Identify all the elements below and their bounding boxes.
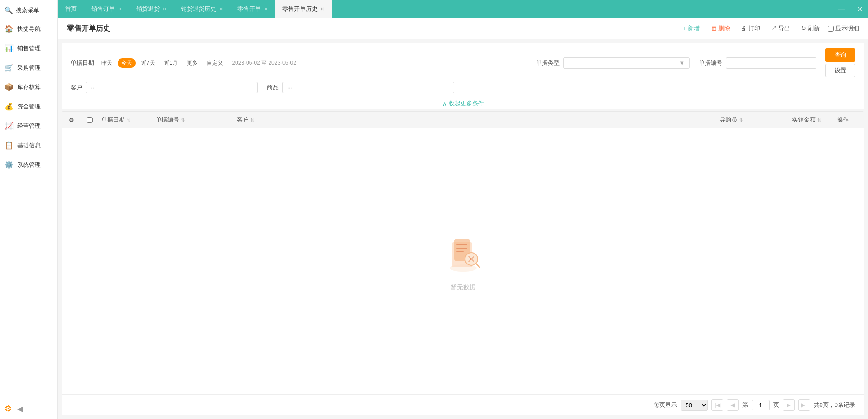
date-opt-today[interactable]: 今天 [118,58,136,68]
th-billno[interactable]: 单据编号 ⇅ [152,116,233,124]
th-checkbox[interactable] [81,117,98,123]
sort-customer-icon: ⇅ [251,118,254,122]
sidebar-item-purchase-mgmt[interactable]: 🛒 采购管理 [0,58,57,77]
sidebar-item-base-info[interactable]: 📋 基础信息 [0,136,57,155]
collapse-more-button[interactable]: ∧ 收起更多条件 [71,98,855,109]
refresh-button[interactable]: ↻ 刷新 [798,23,822,34]
maximize-button[interactable]: □ [849,5,853,13]
th-guide-label: 导购员 [720,116,737,124]
settings-button[interactable]: 设置 [825,64,855,77]
search-menu[interactable]: 🔍 搜索采单 [0,0,57,19]
empty-state: 暂无数据 [62,128,864,394]
first-page-button[interactable]: |◀ [711,399,723,411]
page-header: 零售开单历史 + 新增 🗑 删除 🖨 打印 ↗ 导出 ↻ 刷新 显示明细 [58,18,868,39]
date-opt-more[interactable]: 更多 [183,58,201,68]
export-button[interactable]: ↗ 导出 [768,23,793,34]
minimize-button[interactable]: — [838,5,845,13]
show-detail-label: 显示明细 [835,24,859,33]
th-amount[interactable]: 实销金额 ⇅ [770,116,825,124]
date-filter-field: 单据日期 昨天 今天 近7天 近1月 更多 自定义 2023-06-02 至 2… [71,58,296,68]
customer-placeholder: ··· [91,84,96,91]
date-opt-custom[interactable]: 自定义 [203,58,227,68]
query-buttons: 查询 设置 [825,48,855,77]
collapse-sidebar-icon[interactable]: ◀ [17,405,23,413]
settings-icon[interactable]: ⚙ [5,404,12,414]
th-date[interactable]: 单据日期 ⇅ [98,116,152,124]
delete-button[interactable]: 🗑 删除 [708,23,733,34]
page-size-select[interactable]: 50 10 20 100 [681,400,708,411]
goods-filter-label: 商品 [267,84,279,92]
add-button[interactable]: + 新增 [680,23,702,34]
tab-sales-return-history[interactable]: 销货退货历史 ✕ [174,0,230,18]
filter-row-2: 客户 ··· 商品 ··· [71,82,855,93]
th-amount-label: 实销金额 [792,116,816,124]
customer-input[interactable]: ··· [86,82,258,93]
date-opt-7days[interactable]: 近7天 [138,58,159,68]
tab-sales-return-close[interactable]: ✕ [162,6,166,12]
date-opt-1month[interactable]: 近1月 [161,58,182,68]
th-action: 操作 [825,116,861,124]
window-controls: — □ ✕ [838,0,868,18]
last-page-button[interactable]: ▶| [798,399,810,411]
query-button[interactable]: 查询 [825,48,855,62]
inventory-icon: 📦 [5,83,14,91]
tab-retail-open[interactable]: 零售开单 ✕ [230,0,275,18]
sidebar-item-label: 销售管理 [17,44,41,52]
table-header: ⚙ 单据日期 ⇅ 单据编号 ⇅ 客户 ⇅ 导购员 [62,111,864,128]
goods-filter-field: 商品 ··· [267,82,454,93]
tab-sales-return-history-close[interactable]: ✕ [219,6,223,12]
th-customer[interactable]: 客户 ⇅ [233,116,716,124]
sidebar-item-inventory[interactable]: 📦 库存核算 [0,77,57,97]
sidebar-item-quick-nav[interactable]: 🏠 快捷导航 [0,19,57,38]
svg-line-7 [476,264,479,267]
date-options: 昨天 今天 近7天 近1月 更多 自定义 [98,58,227,68]
finance-icon: 💰 [5,102,14,111]
tab-retail-open-history-close[interactable]: ✕ [320,6,324,12]
tab-home[interactable]: 首页 [58,0,84,18]
tab-sales-return[interactable]: 销货退货 ✕ [129,0,174,18]
page-number-input[interactable] [752,400,770,410]
search-icon: 🔍 [5,6,13,14]
show-detail-input[interactable] [828,26,834,32]
tab-sales-order[interactable]: 销售订单 ✕ [84,0,129,18]
bill-no-label: 单据编号 [699,59,722,67]
home-icon: 🏠 [5,24,14,33]
sidebar-item-label: 经营管理 [17,122,41,130]
show-detail-checkbox[interactable]: 显示明细 [828,24,859,33]
tab-retail-open-history[interactable]: 零售开单历史 ✕ [275,0,332,18]
select-all-checkbox[interactable] [87,117,93,123]
collapse-more-label: 收起更多条件 [449,99,484,108]
goods-input[interactable]: ··· [282,82,454,93]
sidebar-item-finance[interactable]: 💰 资金管理 [0,97,57,116]
sort-date-icon: ⇅ [127,118,130,122]
customer-filter-field: 客户 ··· [71,82,258,93]
sort-amount-icon: ⇅ [817,118,821,122]
bill-no-input[interactable] [726,57,816,69]
toolbar: + 新增 🗑 删除 🖨 打印 ↗ 导出 ↻ 刷新 显示明细 [680,23,859,34]
date-filter-label: 单据日期 [71,59,94,67]
prev-page-button[interactable]: ◀ [727,399,739,411]
base-info-icon: 📋 [5,141,14,150]
operation-icon: 📈 [5,122,14,130]
sidebar-item-label: 资金管理 [17,103,41,111]
customer-filter-label: 客户 [71,84,82,92]
bill-type-select[interactable]: ▼ [563,57,690,69]
bill-type-label: 单据类型 [536,59,560,67]
sidebar-item-operation[interactable]: 📈 经营管理 [0,116,57,136]
sidebar-item-system[interactable]: ⚙️ 系统管理 [0,155,57,174]
sidebar-item-sales-mgmt[interactable]: 📊 销售管理 [0,38,57,58]
th-settings[interactable]: ⚙ [65,117,81,123]
main-content: 首页 销售订单 ✕ 销货退货 ✕ 销货退货历史 ✕ 零售开单 ✕ 零售开单历史 … [58,0,868,419]
tab-sales-order-close[interactable]: ✕ [118,6,122,12]
close-button[interactable]: ✕ [857,5,863,14]
tab-retail-open-close[interactable]: ✕ [264,6,268,12]
print-button[interactable]: 🖨 打印 [738,23,763,34]
sidebar-nav: 🏠 快捷导航 📊 销售管理 🛒 采购管理 📦 库存核算 💰 资金管理 📈 经营管… [0,19,57,398]
sales-icon: 📊 [5,44,14,52]
th-guide[interactable]: 导购员 ⇅ [716,116,770,124]
sidebar-item-label: 系统管理 [17,161,41,169]
date-opt-yesterday[interactable]: 昨天 [98,58,116,68]
dropdown-icon: ▼ [679,60,685,66]
tab-bar: 首页 销售订单 ✕ 销货退货 ✕ 销货退货历史 ✕ 零售开单 ✕ 零售开单历史 … [58,0,868,18]
next-page-button[interactable]: ▶ [783,399,795,411]
